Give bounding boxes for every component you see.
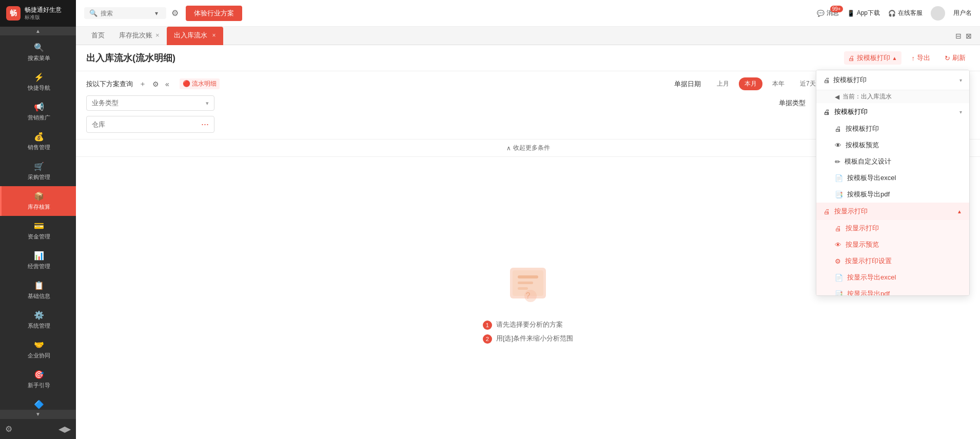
sidebar-item-inventory[interactable]: 📦 库存核算 — [0, 186, 76, 216]
main-area: 🔍 ▾ ⚙ 体验行业方案 💬 消息 99+ 📱 App下载 🎧 在线客服 用户名 — [76, 0, 980, 439]
dropdown-section-display[interactable]: 🖨 按显示打印 ▲ — [816, 203, 969, 220]
dropdown-current-arrow: ◀ — [835, 93, 839, 101]
sidebar-item-quick-nav[interactable]: ⚡ 快捷导航 — [0, 67, 76, 97]
dropdown-header-chevron[interactable]: ▾ — [959, 77, 962, 83]
tab-batch-account-close[interactable]: × — [155, 31, 160, 39]
tab-batch-account[interactable]: 库存批次账 × — [112, 27, 167, 45]
dropdown-section-template[interactable]: 🖨 按模板打印 ▾ — [816, 103, 969, 121]
page-actions: 🖨 按模板打印 ▲ ↑ 导出 ↻ 刷新 — [844, 51, 970, 65]
dropdown-item-display-preview[interactable]: 👁 按显示预览 — [816, 236, 969, 253]
sidebar-item-basic-info[interactable]: 📋 基础信息 — [0, 275, 76, 305]
dropdown-item-template-preview[interactable]: 👁 按模板预览 — [816, 137, 969, 153]
search-input[interactable] — [101, 10, 152, 17]
dropdown-item-display-excel[interactable]: 📄 按显示导出excel — [816, 269, 969, 286]
header-gear-icon[interactable]: ⚙ — [171, 8, 179, 18]
print-template-button[interactable]: 🖨 按模板打印 ▲ — [844, 51, 901, 65]
dropdown-item-display-print[interactable]: 🖨 按显示打印 — [816, 220, 969, 236]
sidebar-item-purchase[interactable]: 🛒 采购管理 — [0, 156, 76, 186]
tab-expand-icon[interactable]: ⊠ — [966, 32, 972, 40]
filter-add-button[interactable]: ＋ — [139, 79, 146, 89]
dropdown-template-arrow: ▾ — [959, 109, 962, 115]
sidebar-bottom: ⚙ ◀▶ — [0, 418, 76, 439]
date-label: 单据日期 — [674, 79, 701, 89]
empty-step-2: 2 用[选]条件来缩小分析范围 — [483, 334, 573, 344]
dropdown-item-template-customize[interactable]: ✏ 模板自定义设计 — [816, 153, 969, 170]
message-button[interactable]: 💬 消息 99+ — [817, 9, 839, 17]
user-avatar[interactable] — [931, 6, 945, 21]
refresh-button[interactable]: ↻ 刷新 — [940, 51, 970, 65]
search-dropdown-icon[interactable]: ▾ — [155, 10, 158, 17]
svg-rect-3 — [518, 282, 533, 284]
filter-collapse-button[interactable]: « — [165, 80, 169, 88]
item-display-preview-icon: 👁 — [835, 241, 841, 249]
tab-expand-area: ⊟ ⊠ — [955, 32, 972, 40]
current-filter-tag[interactable]: 🔴 流水明细 — [180, 78, 220, 89]
dropdown-display-icon: 🖨 — [824, 208, 830, 215]
finance-icon: 💳 — [34, 221, 44, 231]
sidebar-item-operations[interactable]: 📊 经营管理 — [0, 246, 76, 275]
header-search-box[interactable]: 🔍 ▾ — [84, 7, 166, 19]
dropdown-item-template-pdf[interactable]: 📑 按模板导出pdf — [816, 186, 969, 203]
dropdown-item-template-print[interactable]: 🖨 按模板打印 — [816, 121, 969, 137]
warehouse-select[interactable]: 仓库 ··· — [86, 116, 214, 133]
dropdown-item-display-settings[interactable]: ⚙ 按显示打印设置 — [816, 253, 969, 269]
app-download-button[interactable]: 📱 App下载 — [847, 9, 880, 17]
item-display-pdf-icon: 📑 — [835, 290, 843, 296]
dropdown-scroll[interactable]: ◀ 当前：出入库流水 🖨 按模板打印 ▾ 🖨 按模板打印 👁 — [816, 90, 969, 295]
sidebar-item-marketing[interactable]: 📢 营销推广 — [0, 97, 76, 127]
date-tab-last-month[interactable]: 上月 — [711, 77, 735, 90]
username-label[interactable]: 用户名 — [953, 9, 972, 17]
date-tab-current-year[interactable]: 本年 — [767, 77, 790, 90]
item-pdf-icon: 📑 — [835, 191, 843, 198]
trial-button[interactable]: 体验行业方案 — [186, 6, 242, 21]
doc-type-label: 单据类型 — [779, 98, 806, 108]
tab-flow[interactable]: 出入库流水 × — [167, 27, 223, 45]
sidebar-item-app-center[interactable]: 🔷 应用中心 — [0, 394, 76, 410]
guide-icon: 🎯 — [34, 370, 44, 380]
item-customize-icon: ✏ — [835, 158, 840, 166]
business-type-label: 业务类型 — [92, 98, 119, 108]
sidebar-nav: 🔍 搜索菜单 ⚡ 快捷导航 📢 营销推广 💰 销售管理 🛒 采购管理 📦 库存核… — [0, 35, 76, 410]
filter-settings-button[interactable]: ⚙ — [152, 80, 159, 88]
dropdown-template-icon: 🖨 — [824, 108, 830, 116]
collapse-more-button[interactable]: ∧ 收起更多条件 — [506, 144, 550, 152]
sidebar-item-guide[interactable]: 🎯 新手引导 — [0, 365, 76, 394]
dropdown-item-display-pdf[interactable]: 📑 按显示导出pdf — [816, 286, 969, 295]
sidebar-item-search[interactable]: 🔍 搜索菜单 — [0, 37, 76, 67]
item-print-icon: 🖨 — [835, 125, 841, 133]
tab-batch-account-label: 库存批次账 — [119, 31, 152, 40]
tab-home[interactable]: 首页 — [84, 27, 112, 45]
business-type-select[interactable]: 业务类型 ▾ — [86, 95, 214, 111]
online-service-button[interactable]: 🎧 在线客服 — [888, 9, 923, 17]
service-icon: 🎧 — [888, 10, 896, 17]
tab-flow-close[interactable]: × — [212, 32, 216, 39]
sidebar-item-sales[interactable]: 💰 销售管理 — [0, 127, 76, 156]
page-title-row: 出入库流水(流水明细) 🖨 按模板打印 ▲ ↑ 导出 ↻ 刷新 — [86, 51, 970, 65]
svg-rect-2 — [518, 275, 538, 278]
dropdown-display-arrow: ▲ — [957, 209, 962, 214]
app-download-icon: 📱 — [847, 10, 855, 17]
sidebar-item-enterprise[interactable]: 🤝 企业协同 — [0, 335, 76, 365]
sidebar-scroll-up[interactable]: ▲ — [0, 27, 76, 35]
date-tab-current-month[interactable]: 本月 — [739, 77, 762, 90]
sidebar-scroll-down[interactable]: ▼ — [0, 410, 76, 418]
settings-bottom-icon[interactable]: ⚙ — [5, 424, 12, 434]
dropdown-item-template-excel[interactable]: 📄 按模板导出excel — [816, 170, 969, 186]
purchase-icon: 🛒 — [34, 162, 44, 171]
export-button[interactable]: ↑ 导出 — [908, 51, 935, 65]
filter-tag-icon: 🔴 — [183, 80, 190, 87]
quick-nav-icon: ⚡ — [34, 72, 44, 82]
collapse-sidebar-icon[interactable]: ◀▶ — [58, 424, 71, 434]
header-right: 💬 消息 99+ 📱 App下载 🎧 在线客服 用户名 — [817, 6, 972, 21]
refresh-icon: ↻ — [945, 54, 950, 62]
item-preview-icon: 👁 — [835, 142, 841, 149]
sidebar-item-finance[interactable]: 💳 资金管理 — [0, 216, 76, 246]
sidebar-item-system[interactable]: ⚙️ 系统管理 — [0, 305, 76, 335]
dropdown-header: 🖨 按模板打印 ▾ — [816, 70, 969, 90]
warehouse-more-icon: ··· — [201, 119, 209, 130]
search-nav-icon: 🔍 — [34, 43, 44, 52]
dropdown-print-icon: 🖨 — [824, 76, 830, 84]
message-icon: 💬 — [817, 10, 825, 17]
print-icon: 🖨 — [848, 54, 855, 62]
tab-minimize-icon[interactable]: ⊟ — [955, 32, 962, 40]
